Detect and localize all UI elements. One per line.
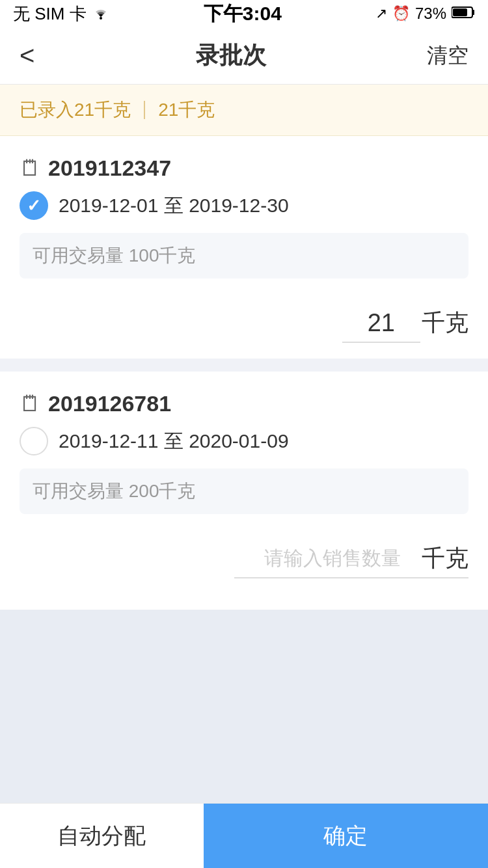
info-value: 21千克 — [158, 98, 215, 122]
batch1-id: 2019112347 — [48, 156, 171, 181]
batch1-radio[interactable] — [20, 191, 48, 220]
battery-text: 73% — [415, 5, 446, 23]
batch1-available-label: 可用交易量 100千克 — [33, 245, 196, 265]
batch1-qty-input[interactable] — [327, 309, 405, 337]
nav-title: 录批次 — [196, 40, 266, 72]
info-divider — [144, 101, 145, 119]
back-button[interactable]: < — [20, 41, 34, 70]
batch2-date-row: 2019-12-11 至 2020-01-09 — [20, 427, 468, 455]
batch1-qty-input-row: 千克 — [0, 292, 488, 342]
batch1-doc-icon: 🗒 — [20, 156, 42, 181]
location-icon: ↗ — [375, 5, 387, 22]
svg-rect-3 — [453, 8, 467, 16]
batch2-id-row: 🗒 2019126781 — [20, 391, 468, 416]
svg-rect-2 — [472, 10, 474, 15]
batch1-date-row: 2019-12-01 至 2019-12-30 — [20, 191, 468, 220]
batch2-available-box: 可用交易量 200千克 — [20, 468, 468, 514]
batch1-qty-unit: 千克 — [422, 307, 468, 339]
status-bar: 无 SIM 卡 下午3:04 ↗ ⏰ 73% — [0, 0, 488, 27]
batch2-radio[interactable] — [20, 427, 48, 455]
batch1-available-box: 可用交易量 100千克 — [20, 233, 468, 278]
batch1-qty-wrapper: 千克 — [0, 292, 488, 359]
confirm-button[interactable]: 确定 — [204, 804, 489, 868]
status-time: 下午3:04 — [204, 1, 282, 27]
batch1-id-row: 🗒 2019112347 — [20, 156, 468, 181]
batch1-date-range: 2019-12-01 至 2019-12-30 — [59, 193, 289, 219]
batch2-date-range: 2019-12-11 至 2020-01-09 — [59, 428, 289, 455]
content-area: 🗒 2019112347 2019-12-01 至 2019-12-30 可用交… — [0, 136, 488, 868]
batch1-card: 🗒 2019112347 2019-12-01 至 2019-12-30 可用交… — [0, 136, 488, 292]
alarm-icon: ⏰ — [392, 5, 410, 22]
batch2-qty-placeholder-row: 请输入销售数量 千克 — [0, 527, 488, 577]
batch2-card: 🗒 2019126781 2019-12-11 至 2020-01-09 可用交… — [0, 372, 488, 527]
info-banner: 已录入21千克 21千克 — [0, 85, 488, 136]
status-right: ↗ ⏰ 73% — [375, 5, 475, 23]
batch1-input-line — [0, 342, 488, 343]
batch2-qty-placeholder: 请输入销售数量 — [264, 545, 401, 572]
bottom-bar: 自动分配 确定 — [0, 803, 488, 868]
svg-point-0 — [100, 17, 102, 20]
clear-button[interactable]: 清空 — [427, 42, 468, 70]
section-gap — [0, 359, 488, 372]
battery-icon — [452, 5, 475, 23]
batch2-available-label: 可用交易量 200千克 — [33, 481, 196, 501]
nav-bar: < 录批次 清空 — [0, 27, 488, 85]
sim-text: 无 SIM 卡 — [13, 3, 87, 25]
batch2-qty-unit: 千克 — [422, 543, 468, 575]
auto-distribute-button[interactable]: 自动分配 — [0, 804, 204, 868]
batch2-id: 2019126781 — [48, 391, 171, 416]
wifi-icon — [92, 4, 110, 24]
batch2-doc-icon: 🗒 — [20, 391, 42, 416]
info-label: 已录入21千克 — [20, 98, 131, 122]
batch2-qty-wrapper: 请输入销售数量 千克 — [0, 527, 488, 610]
status-left: 无 SIM 卡 — [13, 3, 110, 25]
